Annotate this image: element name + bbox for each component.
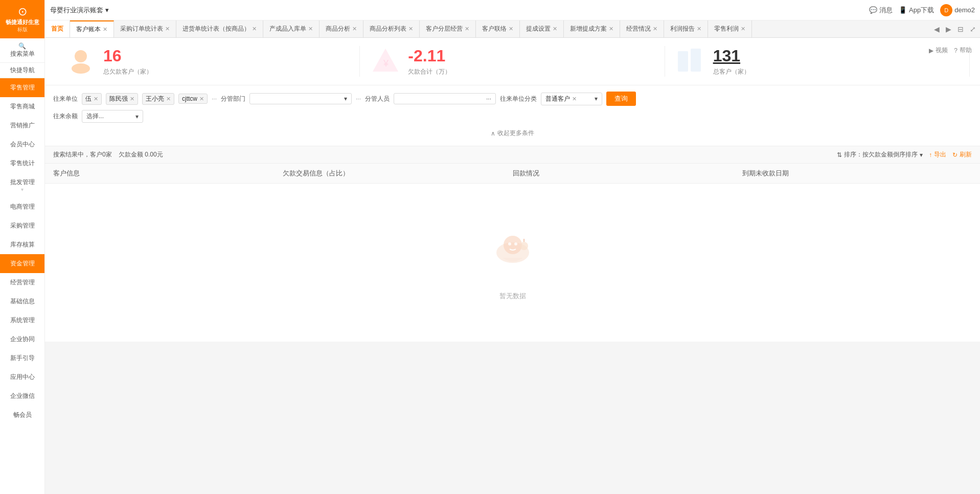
svg-rect-5 xyxy=(691,49,701,72)
tab-customer-account-close[interactable]: ✕ xyxy=(103,26,107,33)
tab-menu-icon[interactable]: ⊟ xyxy=(955,24,966,34)
sidebar-item-member[interactable]: 会员中心 xyxy=(0,135,44,154)
sidebar-item-retail[interactable]: 零售管理 xyxy=(0,78,44,97)
sidebar-search-label: 搜索菜单 xyxy=(3,50,41,58)
tab-add-commission[interactable]: 新增提成方案 ✕ xyxy=(564,20,620,38)
dept-more-btn[interactable]: ··· xyxy=(356,95,361,102)
tab-customer-contact[interactable]: 客户联络 ✕ xyxy=(476,20,520,38)
filter-tag-wu-text: 伍 xyxy=(85,95,92,103)
unit-category-select[interactable]: 普通客户 ✕ ▾ xyxy=(541,93,602,105)
filter-more-btn[interactable]: ··· xyxy=(212,95,217,102)
empty-icon xyxy=(487,224,538,285)
close-icon[interactable]: ✕ xyxy=(408,26,413,32)
video-label: 视频 xyxy=(936,46,948,55)
tab-profit-report[interactable]: 利润报告 ✕ xyxy=(664,20,708,38)
collapse-filters-btn[interactable]: ∧ 收起更多条件 xyxy=(53,127,972,140)
tab-customer-tier[interactable]: 客户分层经营 ✕ xyxy=(420,20,476,38)
tab-business-situation-label: 经营情况 xyxy=(626,25,651,33)
sidebar-logo[interactable]: ⊙ 畅捷通好生意 标版 xyxy=(0,0,44,38)
close-icon[interactable]: ✕ xyxy=(741,26,745,32)
sidebar-item-purchase[interactable]: 采购管理 xyxy=(0,216,44,235)
help-label: 帮助 xyxy=(960,46,972,55)
export-btn[interactable]: ↑ 导出 xyxy=(929,150,946,159)
filter-tag-chen-close[interactable]: ✕ xyxy=(130,96,134,102)
filter-tag-cjttcw: cjttcw ✕ xyxy=(178,94,208,104)
sidebar-quick-nav[interactable]: 快捷导航 xyxy=(0,63,44,78)
logo-text: 畅捷通好生意 xyxy=(4,18,40,26)
close-icon[interactable]: ✕ xyxy=(609,26,613,32)
svg-point-1 xyxy=(72,63,90,74)
tab-add-commission-label: 新增提成方案 xyxy=(570,25,607,33)
balance-select[interactable]: 选择... ▾ xyxy=(82,110,143,123)
sidebar-item-inventory[interactable]: 库存核算 xyxy=(0,235,44,254)
sidebar-item-finance[interactable]: 资金管理 xyxy=(0,254,44,273)
close-icon[interactable]: ✕ xyxy=(252,26,257,32)
person-select[interactable]: ··· xyxy=(394,93,496,104)
sidebar-item-wholesale[interactable]: 批发管理 ▾ xyxy=(0,173,44,197)
refresh-icon: ↻ xyxy=(952,151,958,159)
tab-commission-settings[interactable]: 提成设置 ✕ xyxy=(520,20,564,38)
sidebar-item-retail-stats[interactable]: 零售统计 xyxy=(0,154,44,173)
app-download-btn[interactable]: 📱 App下载 xyxy=(899,6,934,15)
sort-select[interactable]: ⇅ 排序：按欠款金额倒序排序 ▾ xyxy=(837,150,923,159)
total-customers-icon xyxy=(675,46,706,77)
sidebar-item-basic-info[interactable]: 基础信息 xyxy=(0,292,44,311)
sidebar-item-ecommerce[interactable]: 电商管理 xyxy=(0,197,44,216)
tab-production-inbound[interactable]: 产成品入库单 ✕ xyxy=(263,20,320,38)
sidebar-item-operations[interactable]: 经营管理 xyxy=(0,273,44,292)
debt-customers-label: 总欠款客户（家） xyxy=(103,68,152,76)
refresh-btn[interactable]: ↻ 刷新 xyxy=(952,150,972,159)
table-wrapper: 客户信息 欠款交易信息（占比） 回款情况 到期未收款日期 xyxy=(45,164,980,342)
sidebar-item-wechat[interactable]: 企业微信 xyxy=(0,387,44,406)
filter-tag-cjttcw-close[interactable]: ✕ xyxy=(199,96,204,102)
video-btn[interactable]: ▶ 视频 xyxy=(929,46,948,55)
tab-home-label: 首页 xyxy=(51,25,63,33)
tab-scroll-right[interactable]: ▶ xyxy=(944,24,953,34)
close-icon[interactable]: ✕ xyxy=(553,26,557,32)
stat-debt-customers: 16 总欠款客户（家） xyxy=(55,46,360,77)
tab-home[interactable]: 首页 xyxy=(45,20,70,38)
tab-product-analysis-list[interactable]: 商品分析列表 ✕ xyxy=(363,20,420,38)
unit-category-label: 往来单位分类 xyxy=(500,95,537,103)
messages-btn[interactable]: 💬 消息 xyxy=(869,6,893,15)
sidebar-search[interactable]: 🔍 搜索菜单 xyxy=(0,38,44,63)
close-icon[interactable]: ✕ xyxy=(509,26,513,32)
help-btn[interactable]: ? 帮助 xyxy=(954,46,972,55)
tab-customer-account[interactable]: 客户账本 ✕ xyxy=(70,20,114,38)
sidebar-item-retail-mall[interactable]: 零售商城 xyxy=(0,97,44,116)
dept-chevron-icon: ▾ xyxy=(344,95,347,102)
user-avatar[interactable]: D demo2 xyxy=(940,4,975,16)
sidebar-item-system[interactable]: 系统管理 xyxy=(0,311,44,330)
col-debt-info: 欠款交易信息（占比） xyxy=(283,169,512,178)
close-icon[interactable]: ✕ xyxy=(465,26,469,32)
sidebar-item-marketing[interactable]: 营销推广 xyxy=(0,116,44,135)
close-icon[interactable]: ✕ xyxy=(653,26,657,32)
sidebar-item-enterprise[interactable]: 企业协同 xyxy=(0,330,44,349)
refresh-label: 刷新 xyxy=(960,150,972,159)
sidebar-item-app-center[interactable]: 应用中心 xyxy=(0,368,44,387)
filter-area: 往来单位 伍 ✕ 陈民强 ✕ 王小亮 ✕ cjttcw ✕ ··· xyxy=(45,85,980,146)
tab-scroll-left[interactable]: ◀ xyxy=(932,24,942,34)
close-icon[interactable]: ✕ xyxy=(352,26,357,32)
tab-product-analysis[interactable]: 商品分析 ✕ xyxy=(320,20,363,38)
query-button[interactable]: 查询 xyxy=(606,92,636,106)
expand-icon[interactable]: ⤢ xyxy=(968,24,978,34)
sidebar-item-guide[interactable]: 新手引导 xyxy=(0,349,44,368)
tab-purchase-order-stats-label: 采购订单统计表 xyxy=(120,25,163,33)
close-icon[interactable]: ✕ xyxy=(308,26,313,32)
filter-tag-wang-close[interactable]: ✕ xyxy=(166,96,171,102)
filter-tag-wu-close[interactable]: ✕ xyxy=(94,96,98,102)
unit-category-tag-close[interactable]: ✕ xyxy=(572,96,577,102)
tab-purchase-order-stats[interactable]: 采购订单统计表 ✕ xyxy=(114,20,176,38)
close-icon[interactable]: ✕ xyxy=(165,26,170,32)
debt-customers-icon xyxy=(65,46,96,77)
account-selector[interactable]: 母婴行业演示账套 ▾ xyxy=(50,6,109,15)
tab-customer-contact-label: 客户联络 xyxy=(482,25,507,33)
sidebar-item-vip[interactable]: 畅会员 xyxy=(0,406,44,424)
close-icon[interactable]: ✕ xyxy=(697,26,701,32)
tab-retail-profit[interactable]: 零售利润 ✕ xyxy=(708,20,752,38)
tab-inbound-stats[interactable]: 进货单统计表（按商品） ✕ xyxy=(176,20,263,38)
person-filter-label: 分管人员 xyxy=(365,95,390,103)
dept-select[interactable]: ▾ xyxy=(249,93,352,104)
tab-business-situation[interactable]: 经营情况 ✕ xyxy=(620,20,664,38)
